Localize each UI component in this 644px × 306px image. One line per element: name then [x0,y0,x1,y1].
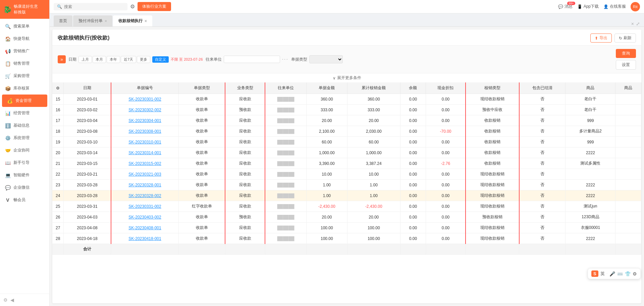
floating-settings-icon[interactable]: ⚙ [633,271,637,277]
doctype-filter-select[interactable] [309,55,343,63]
row-goods: 测试多属性 [566,158,615,169]
sidebar-item-operation[interactable]: 📊 经营管理 [0,107,49,119]
app-label: App下载 [584,4,599,9]
date-last-month-button[interactable]: 上月 [78,56,92,63]
row-doc-no[interactable]: SK-20230302-002 [111,105,179,115]
tab-payable[interactable]: 预付冲应付单 × [73,15,112,26]
sidebar-item-quick-nav[interactable]: 🏠 快捷导航 [0,33,49,45]
row-goods: 123D商品 [566,212,615,223]
wechat-icon: 💬 [5,185,11,190]
row-writeoff-type: 预收中应收 [466,105,519,115]
sidebar-item-enterprise[interactable]: 🤝 企业协同 [0,144,49,157]
export-button[interactable]: ⬆ 导出 [590,34,612,43]
table-row: 192023-03-10SK-20230310-001收款单应收款██████6… [52,137,641,147]
message-button[interactable]: 💬 消息 99+ [558,4,573,9]
row-doc-no[interactable]: SK-20230308-001 [111,126,179,137]
sidebar-item-search[interactable]: 🔍 搜索菜单 [0,20,49,33]
settings-footer-button[interactable]: ⚙ [3,297,8,303]
tab-maximize-button[interactable]: ⤢ [636,21,640,26]
row-goods2 [615,201,641,212]
refresh-button[interactable]: ↻ 刷新 [614,34,636,43]
row-biz-type: 应收款 [225,201,265,212]
row-biz-type: 应收款 [225,137,265,147]
row-doc-no[interactable]: SK-20230328-001 [111,180,179,190]
topbar-search-input[interactable] [64,4,124,9]
floating-mic-icon[interactable]: 🎤 [609,271,615,277]
tab-home[interactable]: 首页 [54,15,72,26]
row-doc-no[interactable]: SK-20230408-001 [111,223,179,233]
row-discount: 0.00 [426,233,466,244]
topbar-search-wrap[interactable]: 🔍 [54,3,127,10]
query-button[interactable]: 查询 [616,49,636,58]
expand-more-conditions[interactable]: ∨ 展开更多条件 [52,73,641,82]
floating-logo: S [591,270,598,277]
row-doc-no[interactable]: SK-20230321-003 [111,169,179,180]
online-service-button[interactable]: 👤 在线客服 [603,4,626,9]
table-row: 212023-03-15SK-20230315-002收款单应收款██████3… [52,158,641,169]
row-doc-no[interactable]: SK-20230301-002 [111,94,179,105]
row-writeoff-type: 现结收款核销 [466,180,519,190]
filter-toggle-button[interactable]: » [58,55,66,63]
row-doc-type: 收款单 [179,180,225,190]
table-footer-row: 合计 [52,244,641,255]
topbar-gear-icon[interactable]: ⚙ [130,3,135,10]
row-no: 17 [52,115,64,126]
app-download-button[interactable]: 📱 App下载 [577,4,599,9]
row-goods [566,169,615,180]
collapse-sidebar-button[interactable]: ◀ [10,297,14,303]
th-settings[interactable]: ⚙ [52,82,64,94]
row-doc-no[interactable]: SK-20230315-002 [111,158,179,169]
tab-collection-close[interactable]: × [145,19,147,23]
row-customer: ██████ [265,190,306,201]
customer-filter-input[interactable] [224,56,280,63]
sidebar-item-member[interactable]: V 畅会员 [0,194,49,206]
sidebar-item-hardware[interactable]: 💻 智能硬件 [0,169,49,181]
sidebar-item-system[interactable]: ⚙️ 系统管理 [0,132,49,144]
footer-cell [225,244,265,255]
row-doc-no[interactable]: SK-20230304-001 [111,115,179,126]
table-row: 162023-03-02SK-20230302-002收款单预收款██████3… [52,105,641,115]
sidebar-label-quick-nav: 快捷导航 [13,36,30,42]
page-header-actions: ⬆ 导出 ↻ 刷新 [590,34,636,43]
sidebar-label-finance: 资金管理 [15,98,32,104]
user-avatar[interactable]: Rit [631,2,640,11]
sidebar-item-purchase[interactable]: 🛒 采购管理 [0,70,49,82]
row-doc-no[interactable]: SK-20230418-001 [111,233,179,244]
sidebar-item-finance[interactable]: 💰 资金管理 [2,95,47,107]
sidebar-item-basic[interactable]: ℹ️ 基础信息 [0,119,49,132]
tab-minimize-button[interactable]: × [631,21,634,26]
sidebar-item-guide[interactable]: 📖 新手引导 [0,157,49,169]
row-discount: -70.00 [426,126,466,137]
sidebar-item-marketing[interactable]: 📢 营销推广 [0,45,49,57]
data-table: ⚙ 日期 单据编号 单据类型 业务类型 往来单位 单据金额 累计核销金额 余额 … [52,82,641,255]
row-date: 2023-03-31 [64,201,111,212]
date-7days-button[interactable]: 近7天 [121,56,136,63]
date-custom-button[interactable]: 自定义 [152,56,169,63]
row-biz-type: 应收款 [225,180,265,190]
row-doc-no[interactable]: SK-20230331-002 [111,201,179,212]
filter-date-section: 日期 上月 本月 本年 近7天 更多 自定义 不限 至 2023-07-26 [68,56,203,63]
customer-filter-dots[interactable]: ··· [282,56,288,62]
row-doc-no[interactable]: SK-20230328-002 [111,190,179,201]
row-biz-type: 预收款 [225,212,265,223]
row-goods: 2222 [566,147,615,158]
sidebar-item-inventory[interactable]: 📦 库存核算 [0,82,49,95]
row-doc-no[interactable]: SK-20230310-001 [111,137,179,147]
floating-keyboard-icon[interactable]: ⌨️ [617,271,623,277]
row-customer: ██████ [265,201,306,212]
date-this-month-button[interactable]: 本月 [93,56,106,63]
sidebar-item-sales[interactable]: 📋 销售管理 [0,57,49,70]
date-more-button[interactable]: 更多 [137,56,150,63]
row-doc-no[interactable]: SK-20230403-002 [111,212,179,223]
setting-button[interactable]: 设置 [616,60,636,70]
industry-solution-button[interactable]: 体验行业方案 [138,2,171,11]
sidebar-item-wechat[interactable]: 💬 企业微信 [0,181,49,194]
row-doc-type: 收款单 [179,190,225,201]
date-this-year-button[interactable]: 本年 [107,56,120,63]
date-quick-buttons: 上月 本月 本年 近7天 更多 [78,56,150,63]
floating-shirt-icon[interactable]: 👕 [625,271,631,277]
tab-collection[interactable]: 收款核销执行 × [113,15,152,26]
member-icon: V [5,197,11,203]
row-doc-no[interactable]: SK-20230314-001 [111,147,179,158]
tab-payable-close[interactable]: × [105,19,107,23]
